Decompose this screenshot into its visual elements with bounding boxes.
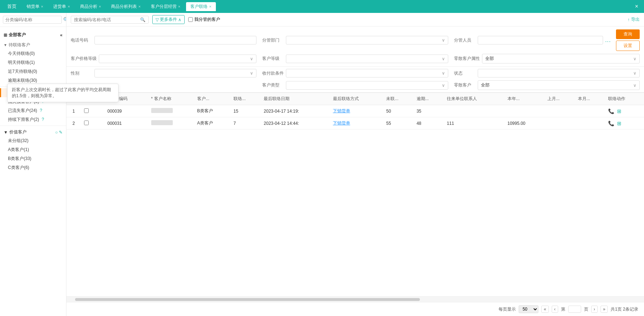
arrow-down-icon: ▼ (4, 130, 8, 135)
person-dots[interactable]: ... (605, 37, 611, 43)
sidebar-item-tomorrow[interactable]: 明天待联络(1) (0, 58, 66, 67)
chevron-down-icon: ∨ (442, 56, 445, 61)
retail-customer-select[interactable]: 全部 ∨ (478, 80, 640, 90)
close-icon[interactable]: × (41, 4, 43, 9)
row-name (148, 117, 194, 129)
customer-type-select[interactable]: ∨ (286, 81, 448, 90)
sidebar-item-a-class[interactable]: A类客户(1) (0, 145, 66, 154)
chevron-down-icon: ∨ (633, 56, 636, 61)
grid-action-icon[interactable]: ⊞ (617, 121, 621, 126)
sidebar-item-lost[interactable]: 已流失客户(24) ? (0, 106, 66, 115)
close-icon[interactable]: × (138, 4, 140, 9)
row-last-method: 下销货单 (330, 117, 383, 129)
collapse-icon[interactable]: « (60, 33, 62, 38)
horizontal-scrollbar[interactable] (66, 296, 644, 302)
my-customers-checkbox[interactable]: 我分管的客户 (188, 16, 220, 23)
dept-select[interactable]: ∨ (286, 36, 448, 44)
col-header-last-method: 最后联络方式 (330, 93, 383, 105)
search-icon[interactable]: 🔍 (140, 17, 145, 22)
row-unit-contacts (444, 105, 505, 117)
sidebar-item-c-class[interactable]: C类客户(6) (0, 163, 66, 172)
row-level: A类客户 (194, 117, 231, 129)
row-select-checkbox[interactable] (84, 108, 89, 113)
row-checkbox[interactable] (81, 117, 92, 129)
row-uncontacted: 50 (383, 105, 413, 117)
first-page-button[interactable]: « (541, 306, 549, 313)
retail-attr-select[interactable]: 全部 ∨ (482, 54, 640, 63)
close-icon[interactable]: × (209, 4, 211, 9)
sidebar-item-today[interactable]: 今天待联络(0) (0, 49, 66, 58)
person-input[interactable] (478, 36, 603, 44)
row-uncontacted: 55 (383, 117, 413, 129)
scroll-thumb[interactable] (75, 298, 420, 301)
payment-filter: 收付款条件 ∨ (262, 69, 448, 77)
nav-tab-home[interactable]: 首页 (3, 2, 21, 11)
col-header-last-date: 最后联络日期 (261, 93, 330, 105)
close-icon[interactable]: × (68, 4, 70, 9)
more-conditions-button[interactable]: ▽ 更多条件 ∧ (152, 15, 185, 24)
row-num: 2 (66, 117, 81, 129)
status-select[interactable]: ∨ (478, 69, 640, 77)
call-icon[interactable]: 📞 (608, 121, 614, 126)
nav-tab-product-list[interactable]: 商品分析列表 × (107, 2, 145, 11)
close-icon[interactable]: × (99, 4, 101, 9)
payment-select[interactable]: ∨ (286, 69, 448, 77)
prev-page-button[interactable]: ‹ (552, 306, 558, 313)
gender-select[interactable]: ∨ (94, 69, 256, 77)
settings-button[interactable]: 设置 (616, 41, 640, 51)
nav-tab-purchase[interactable]: 进货单 × (49, 2, 74, 11)
last-page-button[interactable]: » (601, 306, 608, 313)
grid-icon: ⊞ (4, 33, 7, 38)
my-customers-check[interactable] (188, 17, 193, 22)
col-header-contact: 联络... (231, 93, 261, 105)
row-num: 1 (66, 105, 81, 117)
next-page-button[interactable]: › (591, 306, 598, 313)
close-icon[interactable]: × (178, 4, 180, 9)
nav-tab-customer-contact[interactable]: 客户联络 × (186, 2, 216, 11)
sidebar-item-7days[interactable]: 近7天待联络(0) (0, 67, 66, 76)
chevron-down-icon: ∨ (250, 71, 253, 76)
row-level: B类客户 (194, 105, 231, 117)
row-code: 000039 (105, 105, 148, 117)
col-header-this-month: 本月... (575, 93, 605, 105)
window-close-button[interactable]: × (632, 3, 641, 10)
nav-tab-customer-segment[interactable]: 客户分层经营 × (147, 2, 185, 11)
retail-attr-filter: 零散客户属性 全部 ∨ (454, 54, 640, 63)
sidebar-item-b-class[interactable]: B类客户(33) (0, 154, 66, 163)
row-checkbox[interactable] (81, 105, 92, 117)
sidebar-search-input[interactable] (3, 16, 62, 24)
edit-icon[interactable]: ○ ✎ (55, 130, 62, 135)
phone-input[interactable] (94, 36, 256, 44)
person-filter: 分管人员 ... 查询 设置 (454, 29, 640, 51)
table-row: 2 000031 A类客户 7 2023-04-12 14:44: 下销货单 5… (66, 117, 644, 129)
page-size-select[interactable]: 50 100 (519, 305, 538, 313)
call-icon[interactable]: 📞 (608, 108, 614, 114)
sidebar-item-ungrouped[interactable]: 未分组(32) (0, 136, 66, 145)
main-search-input[interactable] (74, 17, 139, 22)
chevron-down-icon: ∨ (442, 38, 445, 43)
chevron-down-icon: ∨ (250, 56, 253, 61)
row-current-year: 10995.00 (505, 117, 545, 129)
row-last-date: 2023-04-12 14:44: (261, 117, 330, 129)
search-icon[interactable]: 🔍 (63, 17, 66, 23)
price-level-filter: 客户价格等级 ∨ (71, 54, 256, 63)
row-this-month (575, 105, 605, 117)
price-level-select[interactable]: ∨ (99, 55, 256, 63)
sidebar-group-value[interactable]: ▼ 价值客户 ○ ✎ (0, 127, 66, 136)
info-icon: ? (40, 108, 42, 113)
customer-level-select[interactable]: ∨ (286, 55, 448, 63)
col-header-unit-contacts: 往来单位联系人 (444, 93, 505, 105)
sidebar-item-declining[interactable]: 持续下滑客户(2) ? (0, 115, 66, 124)
nav-tab-product-analysis[interactable]: 商品分析 × (76, 2, 105, 11)
query-button[interactable]: 查询 (616, 29, 640, 39)
page-number-input[interactable]: 1 (568, 306, 581, 313)
row-current-year (505, 105, 545, 117)
all-customers-header[interactable]: ⊞ 全部客户 « (0, 30, 66, 40)
nav-tab-sales[interactable]: 销货单 × (22, 2, 47, 11)
tooltip-box: 距客户上次交易时长，超过了此客户的平均交易周期的1.5倍，则视为异常。 (66, 84, 119, 102)
export-button[interactable]: ↑ 导出 (627, 16, 640, 23)
retail-customer-filter: 零散客户 全部 ∨ (454, 80, 640, 90)
grid-action-icon[interactable]: ⊞ (617, 108, 621, 114)
row-select-checkbox[interactable] (84, 121, 89, 125)
sidebar-group-pending[interactable]: ▼ 待联络客户 (0, 40, 66, 49)
